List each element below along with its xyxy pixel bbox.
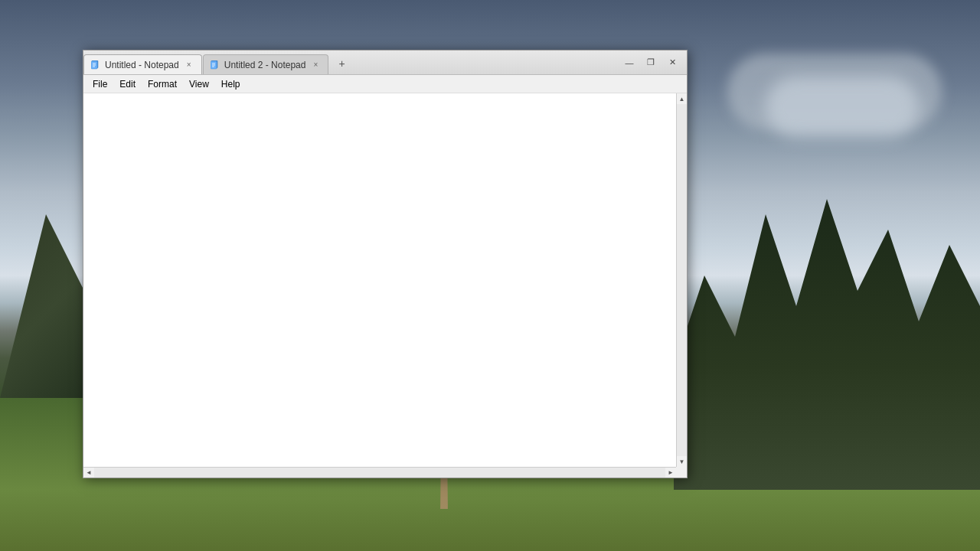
menu-help[interactable]: Help — [215, 77, 247, 91]
tabs-area: Untitled - Notepad × Untitled 2 - Notepa… — [83, 51, 615, 74]
scroll-up-arrow[interactable]: ▲ — [677, 93, 688, 104]
scroll-down-arrow[interactable]: ▼ — [677, 456, 688, 467]
tab-2-label: Untitled 2 - Notepad — [224, 60, 306, 70]
tab-1-close[interactable]: × — [183, 59, 195, 71]
menu-bar: File Edit Format View Help — [83, 75, 687, 93]
notepad-window: Untitled - Notepad × Untitled 2 - Notepa… — [83, 50, 688, 478]
tab-2[interactable]: Untitled 2 - Notepad × — [203, 54, 329, 74]
window-controls: — ❐ ✕ — [615, 51, 687, 74]
text-editor[interactable] — [83, 93, 676, 467]
notepad-icon-tab1 — [90, 60, 101, 70]
menu-file[interactable]: File — [87, 77, 113, 91]
close-button[interactable]: ✕ — [662, 54, 682, 71]
bottom-scrollbar-area: ◄ ► — [83, 467, 687, 478]
notepad-icon-tab2 — [210, 60, 220, 70]
menu-format[interactable]: Format — [142, 77, 183, 91]
cloud-decoration-2 — [766, 77, 919, 138]
tab-2-close[interactable]: × — [309, 59, 322, 71]
minimize-button[interactable]: — — [619, 54, 639, 71]
scroll-left-arrow[interactable]: ◄ — [83, 468, 94, 478]
menu-edit[interactable]: Edit — [113, 77, 142, 91]
title-bar: Untitled - Notepad × Untitled 2 - Notepa… — [83, 51, 687, 75]
add-tab-button[interactable]: + — [332, 54, 351, 73]
scroll-track-vertical[interactable] — [677, 104, 687, 456]
tab-1-label: Untitled - Notepad — [105, 60, 179, 70]
scroll-right-arrow[interactable]: ► — [665, 468, 676, 478]
scroll-track-horizontal[interactable] — [94, 468, 665, 478]
horizontal-scrollbar[interactable]: ◄ ► — [83, 467, 676, 478]
vertical-scrollbar[interactable]: ▲ ▼ — [676, 93, 687, 467]
menu-view[interactable]: View — [183, 77, 215, 91]
editor-area: ▲ ▼ — [83, 93, 687, 467]
trees-decoration — [674, 184, 980, 490]
tab-1[interactable]: Untitled - Notepad × — [83, 54, 202, 74]
scroll-corner — [676, 467, 687, 478]
maximize-button[interactable]: ❐ — [641, 54, 661, 71]
